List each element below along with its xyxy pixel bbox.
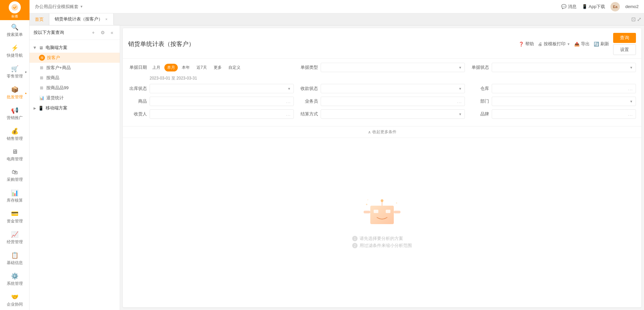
sidebar-item-basic-info[interactable]: 📋 基础信息: [0, 248, 29, 269]
app-logo[interactable]: 标雁: [0, 0, 30, 20]
marketing-icon: 📢: [11, 107, 18, 114]
help-btn[interactable]: ❓ 帮助: [519, 41, 534, 47]
export-btn[interactable]: 📤 导出: [574, 41, 590, 47]
tab-restore-icon[interactable]: ⊡: [631, 16, 636, 22]
edit-scheme-btn[interactable]: ⚙: [99, 29, 106, 36]
tree-item-by-product[interactable]: ⊞ 按商品: [30, 73, 120, 83]
right-content: 销货单统计表（按客户） ❓ 帮助 🖨 按模板打印 ▼ 📤 导出: [123, 28, 641, 307]
sidebar-item-marketing[interactable]: 📢 营销推广: [0, 103, 29, 124]
message-icon: 💬: [561, 4, 567, 9]
bill-status-select[interactable]: ▼: [492, 63, 636, 72]
payment-label: 结算方式: [299, 111, 318, 117]
pay-status-chevron: ▼: [459, 87, 462, 91]
svg-text:✦: ✦: [395, 202, 398, 205]
collapse-bar[interactable]: ∧ 收起更多条件: [123, 126, 641, 138]
retail-icon: 🛒: [11, 65, 18, 72]
tree-item-by-product-99[interactable]: ⊞ 按商品品99: [30, 83, 120, 93]
message-btn[interactable]: 💬 消息: [561, 4, 577, 10]
pay-status-select[interactable]: ▼: [321, 84, 465, 93]
sidebar-nav: 🔍 搜索菜单 ⚡ 快捷导航 🛒 零售管理 📦 批发管理 📢 营销推广 💰 销售管…: [0, 20, 29, 310]
return-stat-icon: 📊: [39, 95, 44, 101]
phone-icon: 📱: [582, 4, 587, 9]
product-dots: ...: [286, 99, 291, 104]
sidebar-item-ecommerce[interactable]: 🖥 电商管理: [0, 145, 29, 165]
consignee-select[interactable]: ...: [150, 109, 294, 119]
pc-icon: 🖥: [38, 45, 44, 50]
date-tab-this-month[interactable]: 本月: [164, 64, 178, 71]
sidebar-item-retail[interactable]: 🛒 零售管理: [0, 62, 29, 83]
add-scheme-btn[interactable]: +: [90, 29, 97, 36]
date-tab-custom[interactable]: 自定义: [226, 64, 243, 71]
sidebar-item-finance[interactable]: 💳 资金管理: [0, 207, 29, 227]
topbar-title[interactable]: 办公用品行业模拟账套 ▼: [35, 4, 83, 10]
help-label: 帮助: [525, 41, 534, 47]
export-label: 导出: [581, 41, 590, 47]
warehouse-select[interactable]: ...: [492, 84, 636, 93]
tree-group-mobile: ▶ 📱 移动端方案: [30, 103, 120, 113]
tree-item-return-stat[interactable]: 📊 退货统计: [30, 93, 120, 103]
user-name[interactable]: demo2: [625, 4, 639, 9]
salesperson-select[interactable]: ...: [321, 97, 465, 106]
product-select[interactable]: ...: [150, 97, 294, 106]
payment-select[interactable]: ▼: [321, 109, 465, 119]
empty-step-2: 2 用过滤条件来缩小分析范围: [352, 243, 412, 249]
tab-close-icon[interactable]: ×: [105, 17, 108, 21]
consignee-label: 收货人: [128, 111, 147, 117]
sidebar-item-operations[interactable]: 📈 经营管理: [0, 227, 29, 248]
lightning-icon: ⚡: [11, 44, 18, 52]
search-icon: 🔍: [11, 23, 18, 31]
wholesale-icon: 📦: [11, 86, 18, 93]
tree-group-pc-label: 电脑端方案: [46, 45, 67, 51]
print-chevron: ▼: [567, 42, 570, 46]
topbar-right: 💬 消息 📱 App下载 Ea demo2: [561, 2, 639, 11]
date-tab-last-7[interactable]: 近7天: [194, 64, 210, 71]
ecommerce-icon: 🖥: [12, 148, 18, 155]
sidebar-item-search[interactable]: 🔍 搜索菜单: [0, 20, 29, 41]
sidebar-item-label: 电商管理: [7, 156, 23, 162]
refresh-btn[interactable]: 🔄 刷新: [594, 41, 609, 47]
sidebar-item-system[interactable]: ⚙️ 系统管理: [0, 269, 29, 290]
print-btn[interactable]: 🖨 按模板打印 ▼: [538, 41, 570, 47]
date-control: 上月 本月 本年 近7天 更多 自定义: [150, 64, 294, 71]
by-product-99-icon: ⊞: [39, 85, 44, 91]
step-2-num: 2: [352, 243, 358, 248]
tab-home[interactable]: 首页: [30, 13, 49, 25]
tree-item-by-customer-product[interactable]: ⊞ 按客户+商品: [30, 63, 120, 73]
date-tab-more[interactable]: 更多: [211, 64, 224, 71]
bill-type-select[interactable]: ▼: [321, 63, 465, 72]
tab-maximize-icon[interactable]: ⤢: [637, 16, 641, 22]
filter-cell-out-status: 出库状态 ▼: [128, 84, 294, 93]
tabbar: 首页 销货单统计表（按客户） × ⊡ ⤢: [30, 13, 644, 25]
sidebar-item-enterprise-coop[interactable]: 🤝 企业协同: [0, 290, 29, 310]
tree-group-mobile-header[interactable]: ▶ 📱 移动端方案: [30, 103, 120, 113]
filter-cell-product: 商品 ...: [128, 97, 294, 106]
collapse-panel-btn[interactable]: «: [108, 29, 116, 36]
filter-cell-payment: 结算方式 ▼: [299, 109, 465, 119]
settings-btn[interactable]: 设置: [613, 44, 636, 55]
sidebar-item-purchase[interactable]: 🛍 采购管理: [0, 165, 29, 186]
filter-row-1: 单据日期 上月 本月 本年 近7天 更多 自定义: [128, 63, 636, 72]
print-label: 按模板打印: [544, 41, 566, 47]
empty-state: ✦ ✦ ✦ 1 请先选择要分析的方案 2 用过滤条件来缩小分析范围: [123, 138, 641, 307]
sidebar-item-inventory[interactable]: 📊 库存核算: [0, 186, 29, 207]
brand-select[interactable]: ...: [492, 109, 636, 119]
collapse-icon: ∧: [368, 130, 371, 135]
date-tab-this-year[interactable]: 本年: [179, 64, 193, 71]
date-tab-last-month[interactable]: 上月: [150, 64, 163, 71]
tree-group-pc-header[interactable]: ▶ 🖥 电脑端方案: [30, 43, 120, 53]
query-btn[interactable]: 查询: [613, 33, 636, 43]
app-download-btn[interactable]: 📱 App下载: [582, 4, 605, 10]
tab-sales-stat[interactable]: 销货单统计表（按客户） ×: [49, 13, 114, 25]
step-1-text: 请先选择要分析的方案: [360, 236, 403, 242]
step-1-num: 1: [352, 236, 358, 241]
page-title: 销货单统计表（按客户）: [128, 40, 195, 48]
sidebar-item-wholesale[interactable]: 📦 批发管理: [0, 83, 29, 103]
department-select[interactable]: ▼: [492, 97, 636, 106]
tree-item-by-product-99-label: 按商品品99: [46, 85, 68, 91]
date-tabs: 上月 本月 本年 近7天 更多 自定义: [150, 64, 243, 71]
sidebar-item-sales[interactable]: 💰 销售管理: [0, 124, 29, 145]
enterprise-coop-icon: 🤝: [11, 293, 18, 301]
sidebar-item-quick-nav[interactable]: ⚡ 快捷导航: [0, 41, 29, 62]
out-status-select[interactable]: ▼: [150, 84, 294, 93]
tree-item-by-customer[interactable]: 按 按客户: [30, 53, 120, 63]
